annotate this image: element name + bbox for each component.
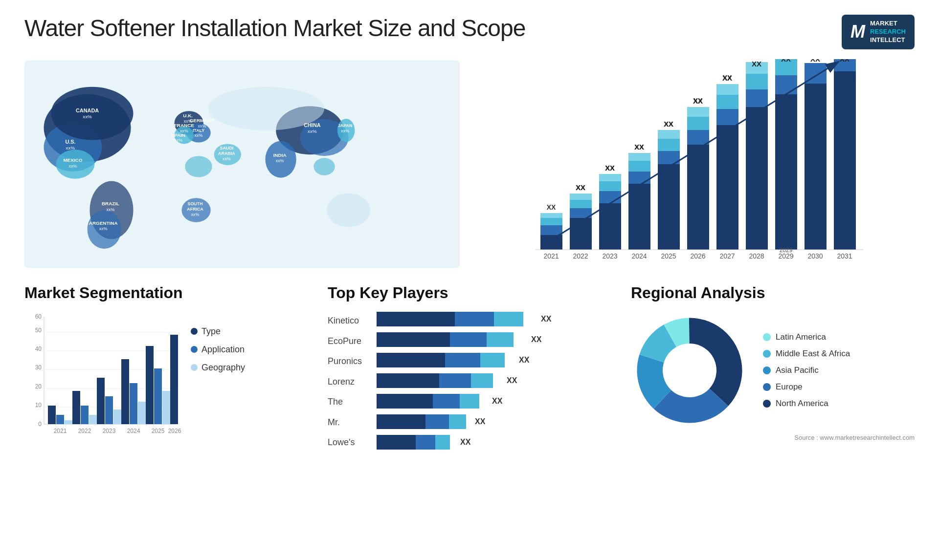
legend-label-application: Application bbox=[201, 345, 245, 355]
dot-latin-america bbox=[763, 333, 771, 341]
player-names-list: Kinetico EcoPure Puronics Lorenz The Mr.… bbox=[328, 312, 362, 450]
segmentation-title: Market Segmentation bbox=[24, 284, 308, 302]
svg-text:2023: 2023 bbox=[103, 428, 116, 434]
bottom-section: Market Segmentation 0 10 20 30 40 50 60 bbox=[24, 284, 915, 450]
svg-text:2025: 2025 bbox=[152, 428, 165, 434]
legend-label-geography: Geography bbox=[201, 363, 245, 373]
svg-point-10 bbox=[185, 156, 212, 177]
logo-letter: M bbox=[850, 22, 865, 42]
svg-rect-149 bbox=[130, 383, 137, 424]
svg-rect-75 bbox=[658, 130, 680, 139]
svg-text:BRAZIL: BRAZIL bbox=[102, 201, 119, 206]
svg-text:ITALY: ITALY bbox=[193, 128, 204, 132]
svg-rect-84 bbox=[716, 95, 738, 109]
svg-text:0: 0 bbox=[38, 421, 42, 428]
dot-europe bbox=[763, 383, 771, 391]
legend-europe: Europe bbox=[763, 382, 850, 392]
svg-text:40: 40 bbox=[35, 345, 42, 352]
player-bar-puronics: XX bbox=[377, 353, 611, 367]
svg-rect-67 bbox=[628, 184, 650, 250]
player-kinetico: Kinetico bbox=[328, 316, 362, 326]
svg-rect-154 bbox=[170, 335, 178, 424]
svg-text:2027: 2027 bbox=[719, 252, 735, 260]
svg-rect-145 bbox=[97, 378, 105, 424]
svg-text:2022: 2022 bbox=[573, 252, 588, 260]
svg-text:xx%: xx% bbox=[107, 207, 115, 212]
svg-rect-141 bbox=[65, 420, 72, 424]
svg-text:2028: 2028 bbox=[749, 252, 764, 260]
svg-rect-59 bbox=[570, 200, 592, 208]
svg-rect-64 bbox=[599, 181, 621, 191]
svg-text:ARGENTINA: ARGENTINA bbox=[89, 220, 118, 225]
dot-north-america bbox=[763, 400, 771, 408]
player-lorenz: Lorenz bbox=[328, 377, 362, 387]
regional-content: Latin America Middle East & Africa Asia … bbox=[631, 312, 915, 429]
svg-text:2029: 2029 bbox=[778, 252, 793, 260]
player-puronics: Puronics bbox=[328, 356, 362, 366]
svg-text:ARABIA: ARABIA bbox=[218, 151, 235, 156]
player-bar-lorenz: XX bbox=[377, 373, 611, 388]
svg-rect-153 bbox=[162, 391, 170, 424]
legend-north-america: North America bbox=[763, 399, 850, 409]
svg-text:XX: XX bbox=[810, 59, 820, 63]
svg-text:XX: XX bbox=[752, 60, 761, 68]
svg-text:2026: 2026 bbox=[690, 252, 705, 260]
player-ecopure: EcoPure bbox=[328, 336, 362, 346]
svg-rect-142 bbox=[72, 391, 80, 424]
page-title: Water Softener Installation Market Size … bbox=[24, 15, 525, 42]
svg-text:60: 60 bbox=[35, 313, 42, 320]
legend-asia-pacific: Asia Pacific bbox=[763, 366, 850, 375]
svg-rect-63 bbox=[599, 191, 621, 203]
svg-rect-139 bbox=[48, 406, 56, 424]
svg-text:2021: 2021 bbox=[543, 252, 559, 260]
player-mr: Mr. bbox=[328, 417, 362, 428]
svg-rect-72 bbox=[658, 164, 680, 250]
svg-text:XX: XX bbox=[781, 59, 791, 63]
svg-text:xx%: xx% bbox=[83, 114, 92, 119]
svg-text:XX: XX bbox=[722, 74, 732, 82]
page: Water Softener Installation Market Size … bbox=[0, 0, 939, 560]
label-europe: Europe bbox=[776, 382, 803, 392]
svg-rect-143 bbox=[81, 406, 89, 424]
svg-text:xx%: xx% bbox=[276, 158, 284, 163]
svg-text:xx%: xx% bbox=[66, 145, 75, 151]
regional-title: Regional Analysis bbox=[631, 284, 915, 302]
svg-rect-150 bbox=[138, 402, 146, 424]
player-bars-container: XX XX bbox=[377, 312, 611, 450]
player-bar-lowes: XX bbox=[377, 435, 611, 450]
regional-section: Regional Analysis bbox=[631, 284, 915, 450]
label-latin-america: Latin America bbox=[776, 332, 826, 342]
svg-text:2024: 2024 bbox=[631, 252, 647, 260]
svg-rect-83 bbox=[716, 109, 738, 125]
svg-rect-77 bbox=[687, 145, 709, 250]
svg-text:2025: 2025 bbox=[661, 252, 676, 260]
svg-text:xx%: xx% bbox=[195, 132, 203, 137]
svg-text:xx%: xx% bbox=[99, 226, 108, 231]
svg-rect-68 bbox=[628, 172, 650, 184]
svg-rect-52 bbox=[540, 235, 562, 250]
svg-text:SAUDI: SAUDI bbox=[220, 146, 234, 151]
svg-text:SPAIN: SPAIN bbox=[171, 132, 185, 137]
svg-text:SOUTH: SOUTH bbox=[188, 201, 203, 206]
svg-rect-148 bbox=[121, 359, 129, 424]
donut-chart bbox=[631, 312, 748, 429]
svg-text:2031: 2031 bbox=[837, 252, 852, 260]
svg-text:xx%: xx% bbox=[191, 212, 200, 216]
svg-rect-93 bbox=[775, 75, 797, 94]
svg-rect-78 bbox=[687, 130, 709, 145]
growth-bar-chart: XX XX XX XX bbox=[479, 59, 915, 269]
svg-rect-57 bbox=[570, 218, 592, 250]
svg-rect-69 bbox=[628, 161, 650, 172]
segmentation-section: Market Segmentation 0 10 20 30 40 50 60 bbox=[24, 284, 308, 450]
logo: M MARKETRESEARCHINTELLECT bbox=[842, 15, 915, 49]
legend-mea: Middle East & Africa bbox=[763, 349, 850, 359]
legend-label-type: Type bbox=[201, 326, 221, 337]
svg-text:2022: 2022 bbox=[78, 428, 91, 434]
source-text: Source : www.marketresearchintellect.com bbox=[631, 434, 915, 441]
top-section: CANADA xx% U.S. xx% MEXICO xx% BRAZIL xx… bbox=[24, 59, 915, 269]
svg-text:AFRICA: AFRICA bbox=[187, 207, 203, 212]
svg-rect-89 bbox=[746, 74, 768, 89]
svg-rect-96 bbox=[805, 84, 827, 250]
svg-rect-99 bbox=[834, 71, 856, 250]
svg-rect-55 bbox=[540, 213, 562, 218]
